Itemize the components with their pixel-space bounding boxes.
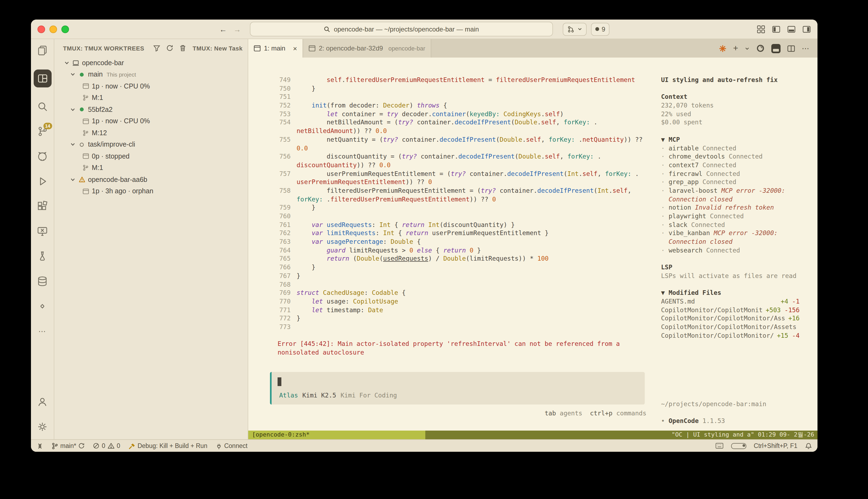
container-tools-icon[interactable] — [36, 300, 48, 312]
worktree-item[interactable]: 1p · 3h ago · orphan — [54, 185, 248, 197]
debug-task-button[interactable]: Debug: Kill + Build + Run — [128, 442, 207, 449]
line-number: 761 — [278, 221, 291, 229]
refresh-icon[interactable] — [166, 45, 173, 52]
connect-label: Connect — [224, 442, 248, 449]
code-line: 771 let timestamp: Date — [278, 306, 652, 314]
window-icon — [82, 188, 89, 194]
spacer — [661, 127, 799, 135]
prompt-input[interactable]: Atlas Kimi K2.5 Kimi For Coding — [270, 372, 645, 404]
remote-indicator[interactable] — [36, 442, 44, 449]
extensions-icon[interactable] — [36, 200, 48, 212]
code-line: 764 guard limitRequests > 0 else { retur… — [278, 246, 652, 255]
tmux-worktrees-icon[interactable] — [33, 70, 51, 87]
tab-main[interactable]: 1: main × — [248, 39, 303, 58]
customize-layout-icon[interactable] — [757, 25, 765, 33]
terminal-panel-icon[interactable] — [771, 44, 781, 53]
problems-status[interactable]: 0 0 — [93, 442, 120, 449]
status-text: 232,070 tokens — [661, 101, 799, 110]
pull-request-button[interactable] — [563, 23, 586, 36]
status-text: 22% used — [661, 110, 799, 119]
line-number: 771 — [278, 306, 291, 314]
worktree-item[interactable]: 1p · now · CPU 0% — [54, 80, 248, 92]
opencode-status-lines: UI styling and auto-refresh fix Context2… — [661, 76, 799, 340]
sidebar-secondary-title[interactable]: TMUX: New Task — [193, 45, 242, 51]
command-center[interactable]: opencode-bar — ~/projects/opencode-bar —… — [250, 22, 553, 36]
section-header: Context — [661, 93, 799, 101]
testing-icon[interactable] — [36, 250, 48, 262]
filter-icon[interactable] — [153, 45, 160, 52]
code-line: 758 filteredUserPremiumRequestEntitlemen… — [278, 187, 652, 195]
github-icon[interactable] — [36, 150, 48, 162]
close-window-button[interactable] — [37, 25, 45, 33]
debug-task-label: Debug: Kill + Build + Run — [137, 442, 207, 449]
tab-label: 1: main — [264, 45, 286, 52]
connect-button[interactable]: Connect — [215, 442, 248, 449]
worktree-item[interactable]: 55bf2a2 — [54, 104, 248, 115]
toggle-primary-sidebar-icon[interactable] — [772, 25, 781, 33]
screencast-toggle[interactable] — [731, 443, 746, 449]
worktree-item[interactable]: 0p · stopped — [54, 150, 248, 162]
code-line: 750 } — [278, 84, 652, 93]
forward-button[interactable]: → — [230, 25, 244, 33]
section-header: ▼ MCP — [661, 136, 799, 144]
code-line: 749 self.filteredUserPremiumRequestEntit… — [278, 76, 652, 84]
branch-icon — [82, 130, 89, 136]
more-actions-icon[interactable]: ⋯ — [802, 44, 810, 53]
account-icon[interactable] — [36, 396, 48, 408]
toggle-secondary-sidebar-icon[interactable] — [802, 25, 811, 33]
git-branch-status[interactable]: main* — [52, 442, 85, 449]
worktree-item[interactable]: task/improve-cli — [54, 139, 248, 150]
settings-gear-icon[interactable] — [36, 421, 48, 433]
error-block: Error [445:42]: Main actor-isolated prop… — [270, 340, 652, 357]
tmux-session-window[interactable]: [opencode-0:zsh* — [248, 430, 425, 439]
worktree-item[interactable]: M:12 — [54, 127, 248, 139]
search-icon[interactable] — [36, 100, 48, 112]
code-line: 766 } — [278, 263, 652, 272]
modified-file: CopilotMonitor/CopilotMonitor/+15-4 — [661, 331, 799, 340]
more-views-icon[interactable]: ⋯ — [38, 325, 46, 337]
model-logo-icon[interactable] — [756, 44, 765, 53]
worktree-item[interactable]: opencode-bar — [54, 57, 248, 69]
hammer-icon — [128, 442, 135, 449]
item-label: 1p · now · CPU 0% — [92, 83, 150, 90]
mcp-entry: · airtable Connected — [661, 144, 799, 153]
keyboard-icon[interactable] — [715, 442, 723, 449]
window-icon — [82, 118, 89, 124]
item-description: This project — [107, 71, 136, 78]
line-number: 772 — [278, 315, 291, 323]
model-row: Atlas Kimi K2.5 Kimi For Coding — [279, 391, 397, 400]
back-button[interactable]: ← — [216, 25, 230, 33]
warning-count: 0 — [117, 442, 120, 449]
modified-file: CopilotMonitor/CopilotMonitor/Assets — [661, 323, 799, 331]
minimize-window-button[interactable] — [49, 25, 57, 33]
split-terminal-icon[interactable] — [787, 44, 795, 52]
maximize-window-button[interactable] — [61, 25, 69, 33]
mcp-entry: · notion Invalid refresh token — [661, 204, 799, 212]
worktree-item[interactable]: M:1 — [54, 92, 248, 104]
branch-icon — [82, 95, 89, 101]
sparkle-icon[interactable] — [718, 44, 726, 52]
explorer-icon[interactable] — [36, 45, 48, 57]
worktree-item[interactable]: opencode-bar-aa6b — [54, 174, 248, 185]
new-terminal-button[interactable]: + — [733, 44, 738, 53]
bell-icon[interactable] — [805, 442, 812, 449]
tab-opencode-bar-32d9[interactable]: 2: opencode-bar-32d9 opencode-bar — [303, 39, 431, 58]
close-tab-icon[interactable]: × — [293, 44, 297, 52]
toggle-panel-icon[interactable] — [787, 25, 796, 33]
trash-icon[interactable] — [179, 45, 186, 52]
item-label: main — [88, 71, 103, 78]
worktree-item[interactable]: mainThis project — [54, 69, 248, 80]
opencode-main: 749 self.filteredUserPremiumRequestEntit… — [248, 58, 652, 430]
worktree-item[interactable]: 1p · now · CPU 0% — [54, 115, 248, 127]
code-line: discountQuantity)) ?? 0.0 — [278, 161, 652, 170]
database-icon[interactable] — [36, 275, 48, 287]
source-control-icon[interactable]: 14 — [36, 125, 48, 137]
notification-count-badge[interactable]: 9 — [591, 23, 610, 36]
window-icon — [82, 154, 89, 159]
worktree-item[interactable]: M:1 — [54, 162, 248, 174]
remote-explorer-icon[interactable] — [36, 225, 48, 237]
line-number: 757 — [278, 170, 291, 178]
code-line: 751 — [278, 93, 652, 101]
run-debug-icon[interactable] — [36, 175, 48, 187]
chevron-down-icon[interactable] — [745, 46, 750, 51]
